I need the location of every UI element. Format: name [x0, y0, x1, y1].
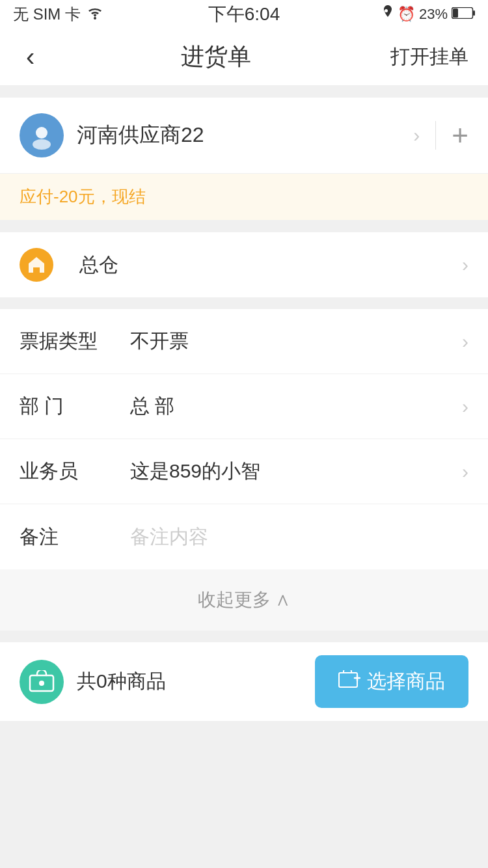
svg-rect-9 [339, 673, 357, 687]
svg-point-0 [94, 17, 96, 20]
salesperson-label: 业务员 [20, 458, 117, 485]
status-bar: 无 SIM 卡 下午6:04 ⏰ 23% [0, 0, 488, 29]
department-value: 总 部 [130, 393, 462, 420]
select-product-button[interactable]: 选择商品 [315, 655, 468, 708]
invoice-type-row[interactable]: 票据类型 不开票 › [0, 309, 488, 374]
invoice-type-chevron-icon: › [462, 331, 468, 353]
salesperson-row[interactable]: 业务员 这是859的小智 › [0, 439, 488, 504]
product-count-text: 共0种商品 [77, 668, 315, 695]
svg-point-4 [36, 127, 47, 139]
salesperson-chevron-icon: › [462, 461, 468, 483]
collapse-button[interactable]: 收起更多 ∧ [0, 569, 488, 631]
svg-point-8 [39, 681, 44, 686]
invoice-type-label: 票据类型 [20, 328, 117, 355]
form-section: 票据类型 不开票 › 部 门 总 部 › 业务员 这是859的小智 › 备注 备… [0, 309, 488, 569]
department-label: 部 门 [20, 393, 117, 420]
invoice-type-value: 不开票 [130, 328, 462, 355]
add-supplier-button[interactable]: + [452, 121, 468, 150]
location-icon [382, 5, 394, 23]
row-gap-1 [0, 221, 488, 232]
product-icon [20, 660, 64, 704]
remark-row[interactable]: 备注 备注内容 [0, 504, 488, 569]
remark-label: 备注 [20, 524, 117, 550]
supplier-chevron-icon: › [413, 124, 420, 146]
warehouse-row[interactable]: 总仓 › [0, 232, 488, 297]
department-row[interactable]: 部 门 总 部 › [0, 374, 488, 439]
supplier-card: 河南供应商22 › + 应付-20元，现结 [0, 98, 488, 221]
status-time: 下午6:04 [208, 2, 280, 27]
row-gap-2 [0, 297, 488, 309]
select-product-icon [338, 670, 360, 693]
nav-bar: ‹ 进货单 打开挂单 [0, 29, 488, 86]
row-gap-3 [0, 631, 488, 642]
page-title: 进货单 [181, 41, 251, 73]
battery-label: 23% [419, 6, 448, 23]
svg-point-5 [33, 139, 51, 150]
vertical-divider [435, 121, 436, 150]
notice-bar: 应付-20元，现结 [0, 174, 488, 221]
wifi-icon [86, 5, 104, 23]
no-sim-label: 无 SIM 卡 [13, 4, 81, 25]
product-bar: 共0种商品 选择商品 [0, 642, 488, 721]
status-right: ⏰ 23% [382, 5, 475, 23]
supplier-row[interactable]: 河南供应商22 › + [0, 98, 488, 174]
warehouse-name: 总仓 [79, 252, 462, 278]
open-pending-button[interactable]: 打开挂单 [390, 44, 468, 70]
warehouse-icon [20, 248, 53, 282]
battery-icon [452, 6, 475, 23]
status-left: 无 SIM 卡 [13, 4, 104, 25]
alarm-icon: ⏰ [398, 6, 415, 23]
svg-rect-3 [473, 10, 475, 16]
section-gap-top [0, 86, 488, 98]
svg-rect-6 [33, 267, 40, 273]
svg-rect-2 [453, 8, 458, 18]
back-button[interactable]: ‹ [20, 36, 41, 78]
remark-input[interactable]: 备注内容 [130, 524, 468, 550]
supplier-name: 河南供应商22 [77, 121, 413, 150]
supplier-avatar [20, 113, 64, 157]
salesperson-value: 这是859的小智 [130, 458, 462, 485]
department-chevron-icon: › [462, 396, 468, 418]
warehouse-chevron-icon: › [462, 254, 468, 276]
select-product-label: 选择商品 [367, 668, 445, 695]
warehouse-section: 总仓 › [0, 232, 488, 297]
